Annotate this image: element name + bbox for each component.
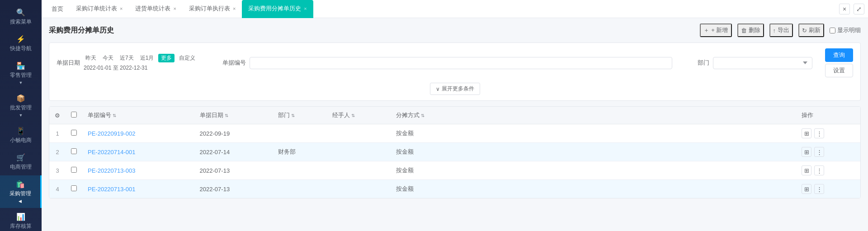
row-actions: ⊞ ⋮ [802,184,855,194]
sidebar-item-label: 电商管理 [10,163,32,171]
view-button[interactable]: ⊞ [802,165,811,175]
row-handler [327,143,391,161]
export-icon: ↑ [773,27,776,34]
doc-no-link[interactable]: PE-20220713-001 [88,186,136,193]
doc-no-link[interactable]: PE-20220713-003 [88,167,136,174]
tab-purchase-order-exec[interactable]: 采购订单执行表 × [183,0,242,18]
expand-conditions-button[interactable]: ∨ 展开更多条件 [430,83,480,95]
sort-icon[interactable]: ⇅ [421,113,425,118]
view-button[interactable]: ⊞ [802,184,811,194]
7days-btn[interactable]: 近7天 [118,54,136,62]
sidebar-item-label: 零售管理 [10,71,32,79]
row-checkbox[interactable] [71,130,77,136]
gear-header: ⚙ [49,107,66,124]
row-doc-date: 2022-07-13 [194,161,273,180]
more-actions-button[interactable]: ⋮ [814,128,824,138]
sort-icon[interactable]: ⇅ [113,113,116,118]
close-all-tabs-button[interactable]: × [839,4,850,14]
show-columns-checkbox[interactable] [830,28,835,33]
tab-bar: 首页 采购订单统计表 × 进货单统计表 × 采购订单执行表 × 采购费用分摊单历… [42,0,868,18]
sidebar-item-ecommerce[interactable]: 🛒 电商管理 [0,149,42,175]
date-shortcuts: 昨天 今天 近7天 近1月 更多 自定义 2022-01-01 至 2022-1… [84,54,197,72]
chevron-down-icon: ∨ [436,86,440,92]
filter-row: 单据日期 昨天 今天 近7天 近1月 更多 自定义 2022-01-01 至 2… [57,48,853,77]
sidebar-item-label: 批发管理 [10,104,32,112]
export-button[interactable]: ↑ 导出 [769,24,793,37]
view-button[interactable]: ⊞ [802,147,811,157]
settings-button[interactable]: 设置 [825,64,853,77]
sidebar-item-label: 采购管理 [9,190,31,198]
tab-purchase-order-stats[interactable]: 采购订单统计表 × [70,0,129,18]
row-doc-no: PE-20220714-001 [82,143,194,161]
filter-area: 单据日期 昨天 今天 近7天 近1月 更多 自定义 2022-01-01 至 2… [49,42,861,101]
more-actions-button[interactable]: ⋮ [814,165,824,175]
sort-icon[interactable]: ⇅ [351,113,355,118]
row-actions: ⊞ ⋮ [802,165,855,175]
refresh-button[interactable]: ↻ 刷新 [798,24,824,37]
query-button[interactable]: 查询 [825,48,853,62]
ecommerce-icon: 🛒 [16,153,25,162]
row-split-method: 按金额 [391,161,796,180]
chevron-down-icon: ▼ [19,113,23,118]
doc-no-input[interactable] [250,57,672,69]
sidebar-item-label: 搜索菜单 [10,18,32,26]
row-num: 4 [49,180,66,198]
sidebar-item-quick[interactable]: ⚡ 快捷导航 [0,30,42,57]
table-row: 4 PE-20220713-001 2022-07-13 按金额 ⊞ ⋮ [49,180,860,198]
sidebar-item-label: 快捷导航 [10,45,32,52]
chevron-down-icon: ▼ [19,80,23,85]
doc-no-link[interactable]: PE-20220714-001 [88,149,136,156]
sidebar-item-purchase[interactable]: 🛍️ 采购管理 ◀ [0,175,42,208]
row-checkbox[interactable] [71,185,77,191]
more-actions-button[interactable]: ⋮ [814,147,824,157]
col-header-dept: 部门⇅ [273,107,327,124]
yesterday-btn[interactable]: 昨天 [84,54,98,62]
row-checkbox[interactable] [71,167,77,173]
tab-purchase-cost-history[interactable]: 采购费用分摊单历史 × [242,0,313,18]
maximize-button[interactable]: ⤢ [854,4,864,14]
custom-btn[interactable]: 自定义 [177,54,197,62]
plus-icon: ＋ [703,26,709,34]
tab-home[interactable]: 首页 [45,0,70,18]
view-button[interactable]: ⊞ [802,128,811,138]
sidebar-item-inventory[interactable]: 📊 库存核算 [0,208,42,231]
add-button[interactable]: ＋ + 新增 [700,24,731,37]
sidebar-item-wholesale[interactable]: 📦 批发管理 ▼ [0,90,42,122]
sort-icon[interactable]: ⇅ [225,113,228,118]
row-doc-date: 2022-07-13 [194,180,273,198]
dept-label: 部门 [698,59,709,67]
row-dept [273,124,327,143]
row-dept: 财务部 [273,143,327,161]
row-doc-no: PE-20220919-002 [82,124,194,143]
close-icon[interactable]: × [120,6,123,11]
row-num: 1 [49,124,66,143]
select-all-checkbox[interactable] [71,112,77,118]
sidebar-item-search[interactable]: 🔍 搜索菜单 [0,4,42,30]
row-actions: ⊞ ⋮ [802,147,855,157]
more-actions-button[interactable]: ⋮ [814,184,824,194]
row-actions-cell: ⊞ ⋮ [796,124,860,143]
content-area: 采购费用分摊单历史 ＋ + 新增 🗑 删除 ↑ 导出 ↻ 刷新 [42,18,868,231]
col-header-doc-no: 单据编号⇅ [82,107,194,124]
close-icon[interactable]: × [233,6,236,11]
sidebar-item-mobile[interactable]: 📱 小畅电商 [0,122,42,149]
delete-button[interactable]: 🗑 删除 [737,24,764,37]
row-handler [327,124,391,143]
close-icon[interactable]: × [173,6,176,11]
doc-no-link[interactable]: PE-20220919-002 [88,130,136,137]
sort-icon[interactable]: ⇅ [291,113,295,118]
row-dept [273,180,327,198]
sidebar-item-retail[interactable]: 🏪 零售管理 ▼ [0,57,42,90]
dept-select[interactable]: 财务部 [713,57,812,69]
col-header-doc-date: 单据日期⇅ [194,107,273,124]
today-btn[interactable]: 今天 [101,54,115,62]
1month-btn[interactable]: 近1月 [138,54,156,62]
date-filter: 单据日期 昨天 今天 近7天 近1月 更多 自定义 2022-01-01 至 2… [57,54,197,72]
chevron-right-icon: ◀ [19,199,22,203]
close-icon[interactable]: × [304,6,307,11]
more-btn[interactable]: 更多 [158,54,175,62]
row-checkbox-cell [66,161,82,180]
gear-icon[interactable]: ⚙ [55,112,60,119]
row-checkbox[interactable] [71,148,77,154]
tab-purchase-inbound-stats[interactable]: 进货单统计表 × [129,0,182,18]
